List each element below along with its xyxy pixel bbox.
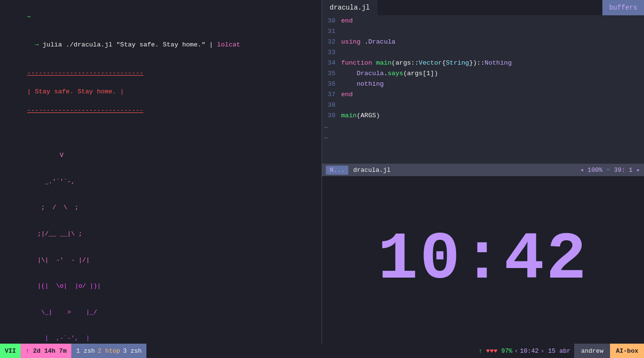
tilde-1: ~ [322,123,644,133]
shells-indicator: 1 zsh 2 htop 3 zsh [71,344,146,358]
bottom-statusbar: VII ↑ 2d 14h 7m 1 zsh 2 htop 3 zsh ↑ ♥♥♥… [0,344,644,358]
code-line-36: 36 nothing [322,80,644,91]
battery-indicator: 97% [500,347,514,355]
code-area: 30 end 31 32 using .Dracula 33 34 functi… [322,15,644,164]
editor-mode: N... [326,166,348,175]
terminal-banner: | Stay safe. Stay home. | [27,88,124,95]
code-line-32: 32 using .Dracula [322,38,644,49]
code-line-39: 39 main(ARGS) [322,112,644,123]
code-line-30: 30 end [322,17,644,28]
editor-status-filename: dracula.jl [351,167,577,174]
vim-mode-indicator: VII [0,344,21,358]
terminal-dashes-top: ------------------------------ [27,69,144,77]
buffers-button[interactable]: buffers [602,0,644,15]
code-line-38: 38 [322,101,644,112]
editor-scroll-percent: 100% [588,167,602,174]
uptime-indicator: ↑ 2d 14h 7m [21,344,71,358]
code-line-35: 35 Dracula.says(args[1]) [322,70,644,80]
htop-item[interactable]: 2 htop [98,347,120,355]
code-line-31: 31 [322,28,644,38]
statusbar-time: 10:42 [520,347,539,355]
statusbar-date: 15 abr [544,347,575,355]
shell-3[interactable]: 3 zsh [123,347,142,355]
scroll-up-icon: ↑ [477,347,484,355]
time-section: ‹ 10:42 › [514,347,544,355]
editor-tab-active[interactable]: dracula.jl [322,0,378,15]
terminal-pane: ~ → julia ./dracula.jl "Stay safe. Stay … [0,0,322,344]
editor-tab-filename: dracula.jl [330,4,370,11]
aibox-indicator: AI-box [610,344,644,358]
clock-pane: 10:42 [322,176,644,344]
editor-status-right: ◂ 100% ⌨ 39: 1 ▸ [580,166,640,174]
terminal-dashes-bottom: ------------------------------ [27,107,144,114]
username-indicator: andrew [574,344,610,358]
code-line-34: 34 function main(args::Vector{String})::… [322,59,644,70]
clock-display: 10:42 [378,226,588,293]
terminal-cmd-line: → julia ./dracula.jl "Stay safe. Stay ho… [4,41,240,58]
terminal-prompt-1: ~ [27,13,35,21]
ascii-art-dracula: V _.'`'`-, ; / \ ; ;|/__ __|\ ; |\| -' -… [4,134,318,344]
hearts-indicator: ♥♥♥ [484,347,499,355]
editor-tabbar: dracula.jl buffers [322,0,644,15]
code-line-33: 33 [322,49,644,59]
shell-1[interactable]: 1 zsh [76,347,95,355]
terminal-output: ~ → julia ./dracula.jl "Stay safe. Stay … [0,0,322,344]
tilde-2: ~ [322,133,644,144]
editor-pane: dracula.jl buffers 30 end 31 32 using .D… [322,0,644,344]
code-line-37: 37 end [322,91,644,101]
editor-statusbar: N... dracula.jl ◂ 100% ⌨ 39: 1 ▸ [322,164,644,176]
editor-line-col: 39: 1 [614,167,633,174]
